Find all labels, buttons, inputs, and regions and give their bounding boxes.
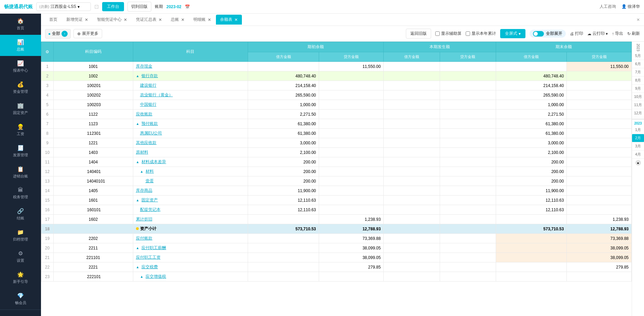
row-name[interactable]: ▲ 应付职工薪酬	[133, 243, 248, 253]
month-11[interactable]: 11月	[632, 101, 644, 109]
row-name[interactable]: 应付账款	[133, 234, 248, 243]
row-name[interactable]: ▲ 材料成本差异	[133, 157, 248, 167]
close-all-button[interactable]: ✕	[636, 17, 640, 22]
row-name[interactable]: 壹蛋	[133, 176, 248, 186]
expand-icon[interactable]: ▲	[140, 275, 145, 278]
sidebar-item-invoice[interactable]: 🧾 发票管理	[0, 141, 41, 162]
right-sidebar-toggle[interactable]: ●	[632, 160, 644, 166]
row-name[interactable]: ▲ 材料	[133, 167, 248, 176]
return-old-button[interactable]: 返回旧版	[406, 29, 431, 39]
sidebar-item-archive[interactable]: 📁 归档管理	[0, 225, 41, 246]
print-button[interactable]: 🖨 打印	[570, 31, 583, 37]
auxiliary-checkbox-input[interactable]	[435, 31, 440, 36]
row-name-link[interactable]: 库存商品	[136, 188, 152, 193]
sidebar-item-funds[interactable]: 💰 资金管理	[0, 77, 41, 98]
sidebar-item-purchase[interactable]: 📋 进销台账	[0, 162, 41, 183]
copy-icon[interactable]: ⊡	[94, 3, 99, 10]
expand-icon[interactable]: ▲	[136, 265, 140, 269]
tab-balance-sheet[interactable]: 余额表 ✕	[216, 15, 242, 25]
row-name-link[interactable]: 中国银行	[140, 102, 156, 107]
user-avatar[interactable]: 👤 徐泽华	[621, 4, 640, 10]
tab-detail-ledger[interactable]: 明细账 ✕	[189, 15, 215, 25]
tab-new-voucher[interactable]: 新增凭证 ✕	[62, 15, 92, 25]
tab-smart-voucher[interactable]: 智能凭证中心 ✕	[93, 15, 131, 25]
row-name-link[interactable]: 配提凭记本	[140, 207, 161, 212]
expand-icon[interactable]: ▲	[136, 122, 140, 126]
row-name[interactable]: 配提凭记本	[133, 205, 248, 215]
row-name-link[interactable]: 应付职工薪酬	[141, 245, 166, 250]
consult-button[interactable]: 人工咨询	[600, 4, 616, 10]
tab-new-voucher-close[interactable]: ✕	[85, 17, 88, 22]
cloud-print-button[interactable]: ☁ 云打印 ▾	[587, 31, 608, 37]
sidebar-item-ledger[interactable]: 📊 总账	[0, 35, 41, 56]
row-name-link[interactable]: 应收账款	[136, 112, 152, 116]
tab-balance-sheet-close[interactable]: ✕	[234, 17, 238, 22]
month-3[interactable]: 3月	[632, 142, 644, 150]
tab-voucher-summary-close[interactable]: ✕	[159, 17, 162, 22]
row-name[interactable]: ▲ 预付账款	[133, 119, 248, 129]
tab-home[interactable]: 首页	[45, 15, 61, 25]
tab-voucher-summary[interactable]: 凭证汇总表 ✕	[132, 15, 166, 25]
company-selector[interactable]: (勿删) 江西股金-LSS ▾	[36, 2, 91, 11]
toggle-switch[interactable]	[533, 31, 544, 37]
row-name-link[interactable]: 建设银行	[140, 83, 156, 88]
row-name[interactable]: ▲ 固定资产	[133, 196, 248, 205]
row-name[interactable]: 农业银行（黄金）	[133, 90, 248, 100]
ytd-checkbox-input[interactable]	[466, 31, 470, 36]
expand-more-button[interactable]: ⊕ 展开更多	[73, 29, 102, 38]
row-name-link[interactable]: 材料	[146, 169, 154, 174]
tab-smart-voucher-close[interactable]: ✕	[124, 17, 127, 22]
sidebar-item-guide[interactable]: 🌟 新手引导	[0, 267, 41, 288]
row-name-link[interactable]: 库存现金	[136, 64, 152, 69]
tab-detail-ledger-close[interactable]: ✕	[208, 17, 211, 22]
expand-all-toggle[interactable]: 全部展开	[530, 30, 566, 38]
tab-general-ledger[interactable]: 总账 ✕	[167, 15, 189, 25]
row-name[interactable]: 应付职工工资	[133, 253, 248, 262]
row-name-link[interactable]: 应交税费	[141, 264, 158, 269]
row-name-link[interactable]: 银行存款	[141, 73, 158, 78]
row-name-link[interactable]: 应付账款	[136, 236, 152, 241]
row-name[interactable]: ▲ 银行存款	[133, 71, 248, 81]
row-name[interactable]: 库存现金	[133, 62, 248, 71]
month-10[interactable]: 10月	[632, 93, 644, 101]
row-name[interactable]: 其他应收款	[133, 138, 248, 148]
row-name[interactable]: 建设银行	[133, 81, 248, 90]
unpin-button[interactable]: ◀ 取消固定	[0, 313, 41, 316]
row-name-link[interactable]: 预付账款	[141, 121, 158, 126]
month-12[interactable]: 12月	[632, 109, 644, 117]
row-name[interactable]: ▲ 应交增值税	[133, 272, 248, 282]
month-6[interactable]: 6月	[632, 60, 644, 68]
month-9[interactable]: 9月	[632, 85, 644, 93]
row-name-link[interactable]: 固定资产	[141, 198, 158, 202]
row-name[interactable]: 原材料	[133, 148, 248, 157]
refresh-button[interactable]: ↻ 刷新	[627, 31, 640, 37]
sidebar-item-settings[interactable]: ⚙ 设置	[0, 246, 41, 267]
row-name-link[interactable]: 应付职工工资	[136, 255, 161, 260]
row-name-link[interactable]: 原材料	[136, 150, 148, 155]
row-name-link[interactable]: 农业银行（黄金）	[140, 92, 173, 97]
expand-icon[interactable]: ▲	[136, 74, 140, 78]
row-name-link[interactable]: 其他应收款	[136, 140, 156, 145]
sidebar-item-salary[interactable]: 👷 工资	[0, 119, 41, 141]
filter-all-button[interactable]: ● 全部 ›	[45, 29, 71, 39]
row-name-link[interactable]: 壹蛋	[146, 178, 154, 183]
expand-icon[interactable]: ▲	[136, 198, 140, 202]
workbench-button[interactable]: 工作台	[102, 2, 124, 11]
sidebar-item-member[interactable]: 💎 畅会员	[0, 288, 41, 310]
expand-icon[interactable]: ▲	[140, 170, 145, 173]
row-name[interactable]: ▲ 应交税费	[133, 262, 248, 272]
show-auxiliary-checkbox[interactable]: 显示辅助算	[435, 31, 462, 37]
sidebar-item-settle[interactable]: 🔗 结账	[0, 204, 41, 225]
row-name-link[interactable]: 累计折旧	[136, 217, 152, 221]
month-2[interactable]: 2月	[632, 134, 644, 142]
col-settings-header[interactable]: ⚙	[41, 42, 54, 62]
collapse-icon[interactable]: ●	[635, 160, 641, 166]
fullscreen-button[interactable]: 全屏式 ▾	[500, 29, 525, 38]
show-ytd-checkbox[interactable]: 显示本年累计	[466, 31, 496, 37]
month-1[interactable]: 1月	[632, 126, 644, 134]
sidebar-item-tax[interactable]: 🏛 税务管理	[0, 183, 41, 204]
row-name[interactable]: 应收账款	[133, 110, 248, 119]
month-4[interactable]: 4月	[632, 150, 644, 159]
row-name[interactable]: 库存商品	[133, 186, 248, 196]
expand-icon[interactable]: ▲	[136, 246, 140, 250]
